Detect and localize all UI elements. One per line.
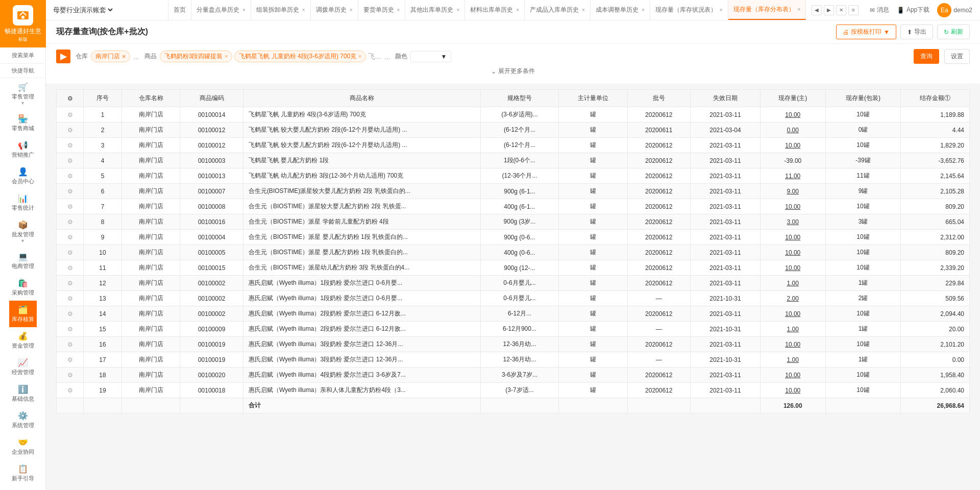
row-qty-main[interactable]: 10.00 bbox=[760, 368, 825, 383]
sidebar-search-item[interactable]: 搜索菜单 bbox=[0, 47, 45, 64]
sidebar-item-ecommerce[interactable]: 💻 电商管理 bbox=[9, 248, 37, 274]
row-qty-main[interactable]: 0.00 bbox=[760, 122, 825, 138]
row-settings[interactable]: ⚙ bbox=[57, 306, 84, 322]
tab-more-btn[interactable]: ≡ bbox=[848, 5, 859, 15]
warehouse-filter-dots[interactable]: ... bbox=[133, 53, 139, 61]
goods-extra[interactable]: 飞... bbox=[368, 52, 381, 61]
row-qty-main[interactable]: 10.00 bbox=[760, 245, 825, 260]
row-settings[interactable]: ⚙ bbox=[57, 230, 84, 245]
row-settings[interactable]: ⚙ bbox=[57, 184, 84, 199]
filter-expand-btn[interactable]: ▶ bbox=[56, 50, 70, 63]
row-qty-main[interactable]: 1.00 bbox=[760, 322, 825, 337]
row-qty-main[interactable]: 3.00 bbox=[760, 214, 825, 230]
sidebar-item-stats[interactable]: 📊 零售统计 bbox=[9, 189, 37, 216]
sidebar-item-basic[interactable]: ℹ️ 基础信息 bbox=[9, 380, 37, 407]
tab-cost_adjust[interactable]: 成本调整单历史× bbox=[591, 0, 650, 20]
tab-close-btn[interactable]: ✕ bbox=[836, 5, 846, 15]
row-settings[interactable]: ⚙ bbox=[57, 107, 84, 122]
settings-btn[interactable]: 设置 bbox=[944, 49, 970, 64]
sidebar-item-purchase[interactable]: 🛍️ 采购管理 bbox=[9, 274, 37, 301]
refresh-btn[interactable]: ↻ 刷新 bbox=[937, 24, 970, 39]
sidebar-item-wholesale[interactable]: 📦 批发管理 ▼ bbox=[9, 216, 37, 248]
row-settings[interactable]: ⚙ bbox=[57, 260, 84, 276]
goods-filter-dots[interactable]: ... bbox=[384, 53, 390, 61]
query-btn[interactable]: 查询 bbox=[914, 49, 939, 64]
row-settings[interactable]: ⚙ bbox=[57, 153, 84, 168]
goods-tag-close-1[interactable]: × bbox=[358, 54, 361, 59]
row-settings[interactable]: ⚙ bbox=[57, 352, 84, 368]
sidebar-item-marketing[interactable]: 📢 营销推广 bbox=[9, 136, 37, 163]
print-btn[interactable]: 🖨 按模板打印 ▼ bbox=[836, 24, 896, 39]
sidebar-item-inventory[interactable]: 🗂️ 库存核算 bbox=[9, 301, 37, 327]
color-filter-input[interactable]: ▼ bbox=[410, 51, 451, 62]
row-settings[interactable]: ⚙ bbox=[57, 122, 84, 138]
user-profile[interactable]: Ea demo2 bbox=[937, 3, 972, 17]
tab-close-split[interactable]: × bbox=[242, 7, 246, 13]
export-btn[interactable]: ⬆ 导出 bbox=[900, 24, 933, 39]
row-qty-main[interactable]: 10.00 bbox=[760, 107, 825, 122]
tab-close-other_out[interactable]: × bbox=[456, 7, 459, 13]
row-settings[interactable]: ⚙ bbox=[57, 368, 84, 383]
row-qty-main[interactable]: 2.00 bbox=[760, 291, 825, 306]
tab-inventory_dist[interactable]: 现存量（库存分布表）× bbox=[728, 0, 806, 20]
row-settings[interactable]: ⚙ bbox=[57, 276, 84, 291]
row-qty-main[interactable]: -39.00 bbox=[760, 153, 825, 168]
sidebar-item-operation[interactable]: 📈 经营管理 bbox=[9, 354, 37, 380]
sidebar-item-shop[interactable]: 🏪 零售商城 bbox=[9, 110, 37, 136]
row-qty-main[interactable]: 10.00 bbox=[760, 383, 825, 398]
tab-material_out[interactable]: 材料出库单历史× bbox=[465, 0, 525, 20]
tab-close-inventory_status[interactable]: × bbox=[720, 7, 723, 13]
tab-close-disassemble[interactable]: × bbox=[302, 7, 305, 13]
warehouse-tag-close[interactable]: × bbox=[122, 53, 126, 60]
tab-product_in[interactable]: 产成品入库单历史× bbox=[525, 0, 591, 20]
sidebar-item-system[interactable]: ⚙️ 系统管理 bbox=[9, 407, 37, 433]
row-qty-main[interactable]: 1.00 bbox=[760, 352, 825, 368]
row-settings[interactable]: ⚙ bbox=[57, 337, 84, 352]
sidebar-item-retail[interactable]: 🛒 零售管理 ▼ bbox=[9, 78, 37, 110]
sidebar-quicknav-item[interactable]: 快捷导航 bbox=[0, 64, 45, 78]
tenant-selector[interactable]: 母婴行业演示账套 bbox=[46, 0, 168, 20]
sidebar-item-member[interactable]: 👤 会员中心 bbox=[9, 163, 37, 189]
tab-next-btn[interactable]: ▶ bbox=[824, 5, 834, 15]
tab-other_out[interactable]: 其他出库单历史× bbox=[405, 0, 465, 20]
row-settings[interactable]: ⚙ bbox=[57, 322, 84, 337]
row-settings[interactable]: ⚙ bbox=[57, 291, 84, 306]
row-settings[interactable]: ⚙ bbox=[57, 245, 84, 260]
tab-close-request[interactable]: × bbox=[397, 7, 400, 13]
tab-inventory_status[interactable]: 现存量（库存状况表）× bbox=[650, 0, 728, 20]
tab-close-inventory_dist[interactable]: × bbox=[798, 7, 801, 12]
row-qty-main[interactable]: 10.00 bbox=[760, 138, 825, 153]
row-qty-main[interactable]: 9.00 bbox=[760, 184, 825, 199]
row-qty-main[interactable]: 10.00 bbox=[760, 230, 825, 245]
row-settings[interactable]: ⚙ bbox=[57, 383, 84, 398]
sidebar-item-finance[interactable]: 💰 资金管理 bbox=[9, 327, 37, 354]
tab-disassemble[interactable]: 组装拆卸单历史× bbox=[251, 0, 311, 20]
tab-close-cost_adjust[interactable]: × bbox=[642, 7, 645, 13]
goods-tag-close-0[interactable]: × bbox=[225, 54, 228, 59]
row-settings[interactable]: ⚙ bbox=[57, 138, 84, 153]
messages-btn[interactable]: ✉ 消息 bbox=[870, 6, 889, 14]
sidebar-item-appstore[interactable]: 🔲 应用中心 bbox=[9, 486, 37, 490]
tab-home[interactable]: 首页 bbox=[168, 0, 191, 20]
col-header-settings[interactable]: ⚙ bbox=[57, 90, 84, 107]
row-qty-main[interactable]: 10.00 bbox=[760, 199, 825, 214]
row-qty-main[interactable]: 11.00 bbox=[760, 168, 825, 184]
sidebar-item-guide[interactable]: 📋 新手引导 bbox=[9, 460, 37, 486]
tab-close-product_in[interactable]: × bbox=[582, 7, 585, 13]
row-qty-main[interactable]: 10.00 bbox=[760, 306, 825, 322]
row-settings[interactable]: ⚙ bbox=[57, 214, 84, 230]
sidebar-item-enterprise[interactable]: 🤝 企业协同 bbox=[9, 433, 37, 460]
tab-search[interactable]: 调拨单历史× bbox=[311, 0, 358, 20]
tab-split[interactable]: 分量盘点单历史× bbox=[191, 0, 251, 20]
tenant-select[interactable]: 母婴行业演示账套 bbox=[51, 6, 114, 14]
row-qty-main[interactable]: 10.00 bbox=[760, 337, 825, 352]
row-settings[interactable]: ⚙ bbox=[57, 199, 84, 214]
tab-close-search[interactable]: × bbox=[350, 7, 353, 13]
row-qty-main[interactable]: 10.00 bbox=[760, 260, 825, 276]
row-settings[interactable]: ⚙ bbox=[57, 168, 84, 184]
app-download-btn[interactable]: 📱 App下载 bbox=[897, 6, 929, 14]
row-qty-main[interactable]: 1.00 bbox=[760, 276, 825, 291]
expand-more-conditions[interactable]: ⌄ 展开更多条件 bbox=[56, 64, 970, 79]
tab-request[interactable]: 要货单历史× bbox=[358, 0, 406, 20]
tab-prev-btn[interactable]: ◀ bbox=[812, 5, 822, 15]
